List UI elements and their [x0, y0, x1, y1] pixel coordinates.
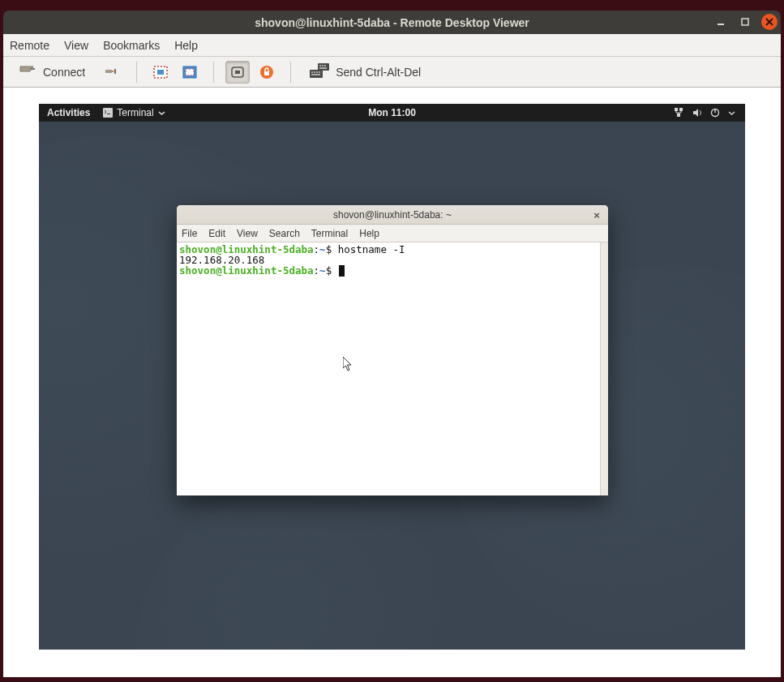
svg-rect-16 — [311, 71, 313, 73]
svg-rect-17 — [314, 71, 315, 73]
active-app-label: Terminal — [117, 107, 153, 118]
remote-cursor-icon — [343, 357, 353, 371]
menu-view[interactable]: View — [64, 39, 88, 52]
terminal-menu-file[interactable]: File — [182, 228, 197, 239]
toolbar-separator-2 — [213, 62, 214, 83]
readonly-lock-button[interactable] — [255, 61, 279, 84]
svg-rect-1 — [742, 19, 748, 25]
svg-rect-24 — [324, 65, 326, 66]
terminal-menu-search[interactable]: Search — [269, 228, 300, 239]
fullscreen-button[interactable] — [148, 61, 173, 84]
prompt-path: ~ — [319, 243, 326, 255]
svg-rect-29 — [679, 108, 683, 111]
toolbar-separator-3 — [290, 62, 291, 83]
terminal-menu-terminal[interactable]: Terminal — [311, 228, 348, 239]
close-button[interactable] — [761, 14, 778, 30]
svg-rect-23 — [322, 65, 323, 66]
power-icon — [710, 108, 720, 118]
toolbar: Connect — [3, 57, 781, 88]
svg-rect-4 — [105, 70, 112, 73]
active-app-chip[interactable]: Terminal — [98, 107, 169, 118]
terminal-close-button[interactable]: × — [590, 208, 603, 221]
send-ctrl-alt-del-button[interactable]: Send Ctrl-Alt-Del — [302, 60, 428, 84]
fit-window-button[interactable] — [178, 61, 202, 84]
svg-rect-14 — [264, 71, 269, 75]
svg-rect-12 — [235, 71, 240, 74]
keyboard-icon — [310, 63, 329, 80]
terminal-cursor — [339, 265, 345, 277]
terminal-scrollbar[interactable] — [600, 242, 608, 495]
volume-icon — [692, 108, 702, 118]
terminal-menu-edit[interactable]: Edit — [208, 228, 225, 239]
svg-rect-26 — [103, 108, 113, 118]
terminal-icon — [103, 108, 113, 118]
terminal-menu-help[interactable]: Help — [359, 228, 379, 239]
terminal-titlebar[interactable]: shovon@linuxhint-5daba: ~ × — [177, 205, 608, 225]
snapshot-button[interactable] — [225, 61, 250, 84]
svg-rect-20 — [311, 74, 320, 75]
connect-label: Connect — [43, 66, 85, 79]
svg-rect-33 — [714, 109, 715, 113]
status-area[interactable] — [675, 108, 745, 118]
connect-icon — [19, 63, 36, 80]
prompt-user: shovon@linuxhint-5daba — [179, 264, 314, 277]
terminal-title: shovon@linuxhint-5daba: ~ — [333, 209, 452, 221]
activities-button[interactable]: Activities — [39, 107, 98, 118]
menu-bookmarks[interactable]: Bookmarks — [103, 39, 160, 52]
window-title: shovon@linuxhint-5daba - Remote Desktop … — [255, 16, 529, 29]
svg-rect-18 — [316, 71, 318, 73]
window-controls — [713, 14, 778, 30]
svg-rect-3 — [31, 68, 35, 70]
svg-rect-6 — [114, 69, 116, 74]
menu-help[interactable]: Help — [174, 39, 198, 52]
app-window: shovon@linuxhint-5daba - Remote Desktop … — [3, 11, 781, 677]
send-cad-label: Send Ctrl-Alt-Del — [336, 66, 421, 79]
prompt-command: hostname -I — [338, 243, 405, 255]
menubar: Remote View Bookmarks Help — [3, 34, 781, 57]
svg-rect-25 — [319, 67, 327, 69]
menu-remote[interactable]: Remote — [10, 39, 49, 52]
prompt-path: ~ — [319, 264, 326, 277]
remote-desktop-canvas[interactable]: Activities Terminal Mon 11:00 shovon@lin… — [39, 104, 745, 650]
svg-rect-28 — [675, 108, 678, 111]
svg-marker-31 — [693, 109, 698, 117]
terminal-menu-view[interactable]: View — [237, 228, 258, 239]
svg-rect-8 — [157, 70, 164, 75]
svg-rect-27 — [107, 114, 110, 114]
disconnect-button[interactable] — [101, 61, 125, 84]
terminal-menubar: File Edit View Search Terminal Help — [177, 225, 608, 242]
window-titlebar[interactable]: shovon@linuxhint-5daba - Remote Desktop … — [3, 11, 781, 34]
gnome-topbar: Activities Terminal Mon 11:00 — [39, 104, 745, 122]
svg-rect-21 — [318, 63, 329, 71]
svg-rect-19 — [319, 71, 320, 73]
viewer-viewport: Activities Terminal Mon 11:00 shovon@lin… — [3, 88, 781, 677]
clock[interactable]: Mon 11:00 — [368, 107, 416, 118]
chevron-down-icon — [728, 109, 735, 117]
minimize-button[interactable] — [713, 14, 729, 30]
svg-rect-5 — [112, 71, 114, 72]
chevron-down-icon — [158, 109, 165, 117]
terminal-line: shovon@linuxhint-5daba:~$ — [179, 265, 606, 277]
svg-rect-10 — [186, 69, 194, 75]
svg-rect-22 — [319, 65, 321, 66]
connect-button[interactable]: Connect — [11, 60, 92, 84]
network-icon — [675, 108, 684, 118]
terminal-window[interactable]: shovon@linuxhint-5daba: ~ × File Edit Vi… — [177, 205, 608, 495]
terminal-body[interactable]: shovon@linuxhint-5daba:~$ hostname -I192… — [177, 242, 608, 495]
maximize-button[interactable] — [737, 14, 753, 30]
toolbar-separator — [136, 62, 137, 83]
svg-rect-0 — [718, 24, 724, 25]
svg-rect-30 — [677, 114, 680, 117]
